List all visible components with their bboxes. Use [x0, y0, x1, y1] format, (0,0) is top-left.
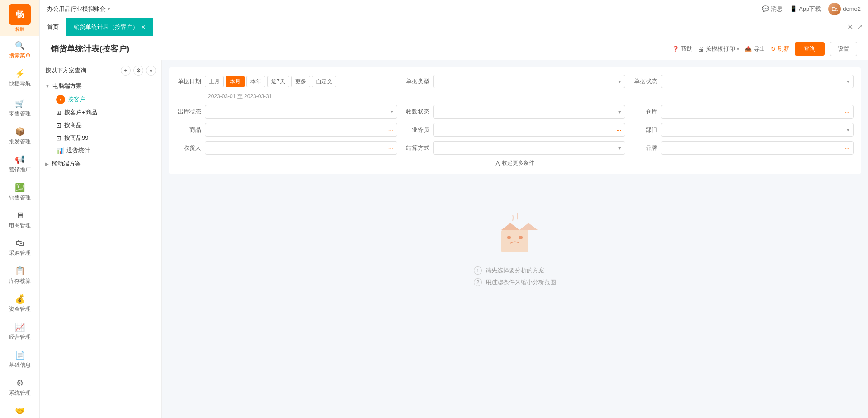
active-scheme-icon: ● [60, 98, 62, 102]
receiver-filter-item: 收货人 ··· [176, 141, 397, 155]
sidebar-item-retail[interactable]: 🛒 零售管理 [0, 94, 39, 122]
doc-status-input[interactable]: ▾ [661, 75, 854, 88]
sidebar-item-ecommerce[interactable]: 🖥 电商管理 [0, 206, 39, 234]
scheme-return-stats[interactable]: 📊 退货统计 [52, 144, 161, 157]
breadcrumb-dropdown-icon[interactable]: ▾ [108, 6, 110, 12]
sidebar-item-system[interactable]: ⚙ 系统管理 [0, 374, 39, 402]
page-actions: ❓ 帮助 🖨 按模板打印 ▾ 📤 导出 ↻ 刷新 查询 设置 [672, 42, 857, 56]
message-icon: 💬 [762, 5, 769, 12]
sidebar-item-inventory[interactable]: 📋 库存核算 [0, 261, 39, 290]
salesperson-input[interactable]: ··· [433, 123, 626, 137]
doc-status-label: 单据状态 [632, 77, 657, 86]
close-window-icon[interactable]: ✕ [847, 23, 853, 31]
maximize-icon[interactable]: ⤢ [857, 23, 863, 31]
warehouse-filter-item: 仓库 ··· [632, 105, 854, 119]
goods-input[interactable]: ··· [205, 123, 397, 137]
sales-icon: 💹 [15, 183, 25, 193]
scheme-settings-button[interactable]: ⚙ [133, 66, 143, 76]
body-area: 按以下方案查询 + ⚙ « ▼ 电脑端方案 ● [40, 60, 868, 418]
collapse-icon: ⋀ [495, 160, 500, 166]
section-mobile-label: 移动端方案 [52, 160, 81, 168]
out-status-input[interactable]: ▾ [205, 105, 397, 119]
page-header: 销货单统计表(按客户) ❓ 帮助 🖨 按模板打印 ▾ 📤 导出 ↻ 刷新 [40, 36, 868, 60]
scheme-by-goods99[interactable]: ⊡ 按商品99 [52, 132, 161, 144]
sidebar-system-label: 系统管理 [9, 390, 31, 397]
sidebar-item-purchase[interactable]: 🛍 采购管理 [0, 234, 39, 261]
collapse-button[interactable]: ⋀ 收起更多条件 [495, 159, 534, 167]
sidebar-item-finance[interactable]: 💰 资金管理 [0, 290, 39, 318]
date-btn-this-month[interactable]: 本月 [226, 76, 245, 87]
refresh-button[interactable]: ↻ 刷新 [771, 45, 789, 53]
doc-type-chevron: ▾ [618, 79, 621, 85]
wholesale-icon: 📦 [15, 127, 25, 137]
query-button[interactable]: 查询 [795, 42, 825, 56]
sidebar-basic-label: 基础信息 [9, 361, 31, 369]
user-area[interactable]: Ea demo2 [828, 3, 861, 15]
svg-rect-0 [501, 230, 528, 252]
sidebar-item-marketing[interactable]: 📢 营销推广 [0, 150, 39, 178]
help-label: 帮助 [681, 45, 693, 53]
receipt-status-input[interactable]: ▾ [433, 105, 626, 119]
setting-button[interactable]: 设置 [830, 42, 857, 56]
search-icon: 🔍 [15, 41, 25, 51]
tree-section-desktop[interactable]: ▼ 电脑端方案 [40, 79, 161, 93]
panel-actions: + ⚙ « [121, 66, 156, 76]
date-btn-more[interactable]: 更多 [291, 76, 310, 87]
date-btn-last-month[interactable]: 上月 [205, 76, 224, 87]
collapse-label: 收起更多条件 [502, 159, 534, 167]
empty-tips: 1 请先选择要分析的方案 2 用过滤条件来缩小分析范围 [474, 266, 556, 286]
salesperson-label: 业务员 [405, 126, 429, 134]
tab-close-button[interactable]: ✕ [141, 24, 146, 30]
scheme-by-goods[interactable]: ⊡ 按商品 [52, 119, 161, 132]
svg-point-1 [507, 236, 511, 239]
business-icon: 📈 [15, 322, 25, 332]
help-button[interactable]: ❓ 帮助 [672, 45, 693, 53]
empty-tip-1: 1 请先选择要分析的方案 [474, 266, 556, 275]
left-panel: 按以下方案查询 + ⚙ « ▼ 电脑端方案 ● [40, 60, 162, 418]
receiver-input[interactable]: ··· [205, 141, 397, 155]
receipt-status-filter-item: 收款状态 ▾ [405, 105, 626, 119]
expand-mobile-icon: ▶ [45, 162, 49, 166]
print-button[interactable]: 🖨 按模板打印 ▾ [698, 45, 739, 53]
date-btn-custom[interactable]: 自定义 [312, 76, 336, 87]
ecommerce-icon: 🖥 [16, 211, 24, 220]
scheme-by-customer[interactable]: ● 按客户 [52, 93, 161, 106]
scheme-by-customer-goods[interactable]: ⊞ 按客户+商品 [52, 106, 161, 119]
sidebar-search-label: 搜索菜单 [9, 52, 31, 60]
settlement-input[interactable]: ▾ [433, 141, 626, 155]
tab-home[interactable]: 首页 [40, 18, 66, 36]
sidebar-marketing-label: 营销推广 [9, 166, 31, 174]
export-button[interactable]: 📤 导出 [745, 45, 765, 53]
app-download-button[interactable]: 📱 App下载 [790, 5, 821, 13]
doc-type-input[interactable]: ▾ [433, 75, 626, 88]
dept-input[interactable]: ▾ [661, 123, 854, 137]
receiver-label: 收货人 [176, 144, 201, 152]
tree-section-mobile[interactable]: ▶ 移动端方案 [40, 157, 161, 171]
salesperson-filter-item: 业务员 ··· [405, 123, 626, 137]
brand-input[interactable]: ··· [661, 141, 854, 155]
warehouse-ellipsis: ··· [844, 109, 849, 115]
receiver-ellipsis: ··· [388, 145, 393, 152]
sidebar-item-wholesale[interactable]: 📦 批发管理 [0, 122, 39, 150]
tab-sales-stats[interactable]: 销货单统计表（按客户） ✕ [66, 18, 153, 36]
tab-home-label: 首页 [47, 23, 59, 31]
dept-label: 部门 [632, 126, 657, 134]
scheme-goods-icon: ⊡ [56, 122, 61, 129]
date-btn-this-year[interactable]: 本年 [246, 76, 265, 87]
sidebar-item-cooperation[interactable]: 🤝 企业协同 [0, 402, 39, 418]
sidebar-item-basic[interactable]: 📄 基础信息 [0, 346, 39, 374]
username: demo2 [843, 5, 861, 12]
date-btn-7days[interactable]: 近7天 [267, 76, 289, 87]
avatar-text: Ea [832, 6, 838, 12]
sidebar-item-search[interactable]: 🔍 搜索菜单 [0, 36, 39, 64]
tip-text-1: 请先选择要分析的方案 [486, 266, 544, 275]
sidebar-item-sales[interactable]: 💹 销售管理 [0, 178, 39, 206]
collapse-panel-button[interactable]: « [146, 66, 156, 76]
sidebar-item-quicknav[interactable]: ⚡ 快捷导航 [0, 64, 39, 92]
message-button[interactable]: 💬 消息 [762, 5, 783, 13]
export-icon: 📤 [745, 46, 752, 52]
warehouse-input[interactable]: ··· [661, 105, 854, 119]
tip-text-2: 用过滤条件来缩小分析范围 [486, 278, 556, 286]
sidebar-item-business[interactable]: 📈 经营管理 [0, 318, 39, 346]
add-scheme-button[interactable]: + [121, 66, 131, 76]
